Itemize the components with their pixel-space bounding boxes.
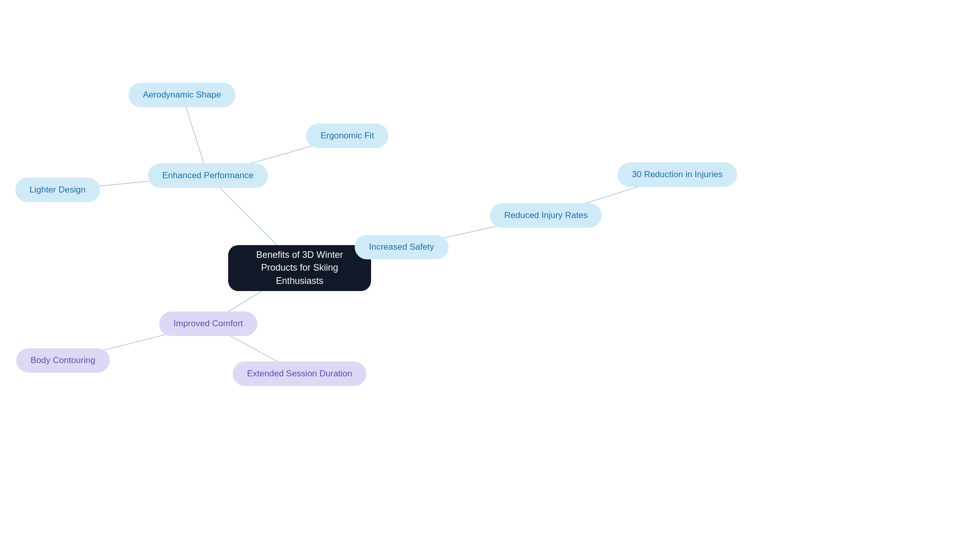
body-contouring-label: Body Contouring <box>31 355 95 366</box>
enhanced-performance-label: Enhanced Performance <box>162 171 254 181</box>
improved-comfort-label: Improved Comfort <box>174 319 243 329</box>
body-contouring-node: Body Contouring <box>16 348 110 373</box>
ergonomic-fit-label: Ergonomic Fit <box>321 131 374 141</box>
reduced-injury-rates-label: Reduced Injury Rates <box>504 210 587 221</box>
enhanced-performance-node: Enhanced Performance <box>148 163 268 188</box>
extended-session-label: Extended Session Duration <box>247 369 352 379</box>
ergonomic-fit-node: Ergonomic Fit <box>306 124 388 148</box>
extended-session-node: Extended Session Duration <box>233 362 366 386</box>
reduction-injuries-node: 30 Reduction in Injuries <box>618 162 737 187</box>
increased-safety-node: Increased Safety <box>355 235 449 259</box>
reduction-injuries-label: 30 Reduction in Injuries <box>632 170 723 180</box>
aerodynamic-shape-node: Aerodynamic Shape <box>129 83 235 107</box>
aerodynamic-shape-label: Aerodynamic Shape <box>143 90 221 100</box>
lighter-design-node: Lighter Design <box>15 178 100 202</box>
reduced-injury-rates-node: Reduced Injury Rates <box>490 203 602 228</box>
center-node: Benefits of 3D Winter Products for Skiin… <box>228 245 371 291</box>
increased-safety-label: Increased Safety <box>369 242 434 252</box>
center-node-label: Benefits of 3D Winter Products for Skiin… <box>238 249 361 287</box>
lighter-design-label: Lighter Design <box>30 185 86 195</box>
improved-comfort-node: Improved Comfort <box>159 311 257 336</box>
